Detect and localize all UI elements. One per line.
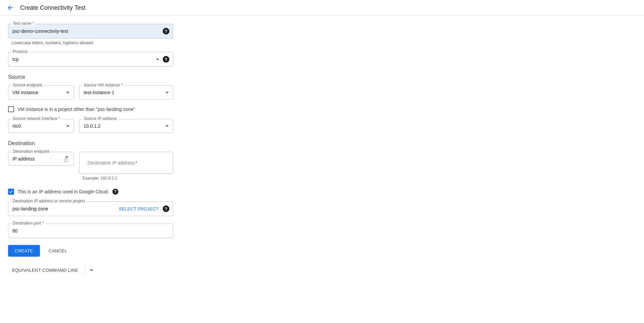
source-ip-select[interactable]: 10.0.1.2 [79,119,173,133]
source-endpoint-value: VM instance [12,90,38,95]
dest-endpoint-select[interactable]: IP address [8,152,74,166]
dest-project-label: Destination IP address or service projec… [11,199,86,203]
dest-ip-placeholder: Destination IP address* [84,156,169,170]
source-vm-select[interactable]: test-instance-1 [79,85,173,100]
test-name-field[interactable]: psc-demo-connectivity-test ? [8,24,173,39]
equivalent-cmdline-button[interactable]: EQUIVALENT COMMAND LINE [8,266,80,275]
source-vm-label: Source VM instance * [83,83,124,87]
chevron-down-icon [165,125,169,127]
back-arrow-icon[interactable] [7,4,14,11]
chevron-down-icon [165,92,169,93]
dest-port-label: Destination port * [11,221,45,225]
dest-port-field[interactable]: 80 [8,223,173,238]
other-project-checkbox[interactable] [8,106,14,112]
test-name-helper: Lowercase letters, numbers, hyphens allo… [11,41,173,45]
dest-ip-input[interactable]: Destination IP address* [79,152,173,174]
dest-port-value: 80 [8,224,173,238]
chevron-down-icon [66,125,69,127]
destination-section-title: Destination [8,140,173,146]
page-header: Create Connectivity Test [0,0,644,16]
create-button[interactable]: CREATE [8,245,40,257]
gcp-ip-checkbox[interactable] [8,189,14,195]
dest-ip-helper: Example: 192.0.2.1 [83,176,173,181]
other-project-label: VM instance is in a project other than "… [17,107,135,112]
source-ip-label: Source IP address [83,116,118,121]
dest-endpoint-label: Destination endpoint [11,149,51,154]
chevron-down-icon [156,59,159,60]
source-nic-label: Source network interface * [11,116,61,121]
protocol-value: tcp [8,53,156,66]
chevron-down-icon [66,92,69,93]
source-nic-value: nic0 [12,123,21,129]
help-icon[interactable]: ? [163,28,169,35]
test-name-value: psc-demo-connectivity-test [8,24,163,38]
cancel-button[interactable]: CANCEL [46,245,70,257]
gcp-ip-label: This is an IP address used in Google Clo… [17,189,109,194]
source-ip-value: 10.0.1.2 [84,123,101,129]
source-endpoint-select[interactable]: VM instance [8,85,74,100]
divider [85,265,85,275]
dest-project-field[interactable]: psc-landing-zone SELECT PROJECT ? [8,201,173,216]
help-icon[interactable]: ? [163,56,169,63]
dest-project-value: psc-landing-zone [8,202,119,215]
source-nic-select[interactable]: nic0 [8,119,74,133]
help-icon[interactable]: ? [163,205,169,212]
test-name-label: Test name * [11,21,35,26]
help-icon[interactable]: ? [112,189,118,195]
protocol-select[interactable]: tcp ? [8,52,173,67]
page-title: Create Connectivity Test [20,4,86,11]
select-project-button[interactable]: SELECT PROJECT [119,206,159,211]
form-area: Test name * psc-demo-connectivity-test ?… [0,16,181,288]
chevron-down-icon [66,157,69,160]
dest-endpoint-value: IP address [12,156,35,162]
source-section-title: Source [8,74,173,80]
source-vm-value: test-instance-1 [84,90,114,95]
protocol-label: Protocol [11,49,29,54]
source-endpoint-label: Source endpoint [11,83,43,87]
chevron-down-icon[interactable] [90,269,93,271]
